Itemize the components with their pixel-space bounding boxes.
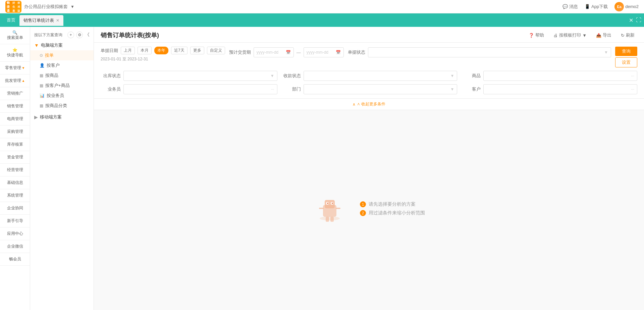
sidebar-item-inventory[interactable]: 库存核算: [0, 138, 30, 151]
top-header: 畅捷通 好生意 标准版 办公用品行业模拟账套 ▼ 💬 消息 📱 App下载 Ea…: [0, 0, 644, 13]
sidebar-item-retail[interactable]: 零售管理 ▼: [0, 62, 30, 74]
tab-bar: 首页 销售订单统计表 ✕ ✕ ⛶: [0, 13, 644, 27]
ship-status-select[interactable]: ▼: [123, 71, 277, 81]
chevron-down-icon: ▼: [34, 43, 39, 48]
expected-date-start-input[interactable]: yyyy-mm-dd 📅: [254, 47, 294, 57]
salesman-input[interactable]: ···: [123, 84, 277, 94]
department-dropdown-icon: ▼: [450, 87, 454, 92]
tab-close-icon[interactable]: ✕: [56, 18, 59, 23]
scheme-item-by-customer[interactable]: 👤 按客户: [30, 60, 94, 70]
empty-state: 1 请先选择要分析的方案 2 用过滤条件来缩小分析范围: [94, 110, 644, 310]
salesman-scheme-icon: 📊: [40, 93, 45, 98]
avatar: Ea: [614, 2, 624, 11]
sidebar-item-operations[interactable]: 经营管理: [0, 164, 30, 176]
sidebar-item-purchase[interactable]: 采购管理: [0, 125, 30, 138]
scheme-item-by-customer-product[interactable]: ▦ 按客户+商品: [30, 81, 94, 91]
department-cell: 部门 ▼: [281, 84, 458, 94]
date-filter: 单据日期 上月 本月 本年 近7天 更多 自定义: [101, 47, 225, 54]
collapse-icon: ∧: [353, 102, 356, 107]
empty-hint-1: 1 请先选择要分析的方案: [360, 201, 425, 207]
scheme-item-by-salesman[interactable]: 📊 按业务员: [30, 91, 94, 101]
page-header: 销售订单统计表(按单) ❓ 帮助 🖨 按模板打印 ▼ 📤 导出: [94, 27, 644, 43]
last-month-btn[interactable]: 上月: [121, 47, 135, 54]
customer-input[interactable]: ···: [483, 84, 637, 94]
sidebar-item-ecommerce[interactable]: 电商管理: [0, 113, 30, 125]
help-icon: ❓: [529, 33, 534, 38]
sidebar-item-appstore[interactable]: 应用中心: [0, 227, 30, 240]
message-action[interactable]: 💬 消息: [562, 4, 578, 10]
refresh-btn[interactable]: ↻ 刷新: [618, 31, 637, 40]
app-logo: 畅捷通 好生意 标准版: [5, 1, 21, 13]
scheme-group-mobile-header[interactable]: ▶ 移动端方案: [30, 112, 94, 122]
help-btn[interactable]: ❓ 帮助: [526, 31, 547, 40]
content-area: 按以下方案查询 + ⚙ 《 ▼ 电脑端方案 ⊙ 按单 👤 按客: [30, 27, 644, 310]
customer-cell: 客户 ···: [461, 84, 637, 94]
more-date-btn[interactable]: 更多: [190, 47, 204, 54]
scheme-item-by-product[interactable]: ▦ 按商品: [30, 70, 94, 81]
payment-status-select[interactable]: ▼: [304, 71, 458, 81]
status-dropdown-icon: ▼: [604, 50, 608, 55]
scheme-group-pc: ▼ 电脑端方案 ⊙ 按单 👤 按客户 ▦ 按商品 ▦ 按客户+商品: [30, 40, 94, 111]
filter-settings-btn[interactable]: 设置: [615, 57, 637, 67]
scheme-panel-header: 按以下方案查询 + ⚙ 《: [30, 30, 94, 40]
salesman-cell: 业务员 ···: [101, 84, 277, 94]
sidebar-item-sales[interactable]: 销售管理: [0, 100, 30, 113]
empty-hints: 1 请先选择要分析的方案 2 用过滤条件来缩小分析范围: [360, 201, 425, 219]
sidebar-item-basic[interactable]: 基础信息: [0, 176, 30, 189]
sidebar-item-enterprise[interactable]: 企业协同: [0, 202, 30, 215]
status-select[interactable]: ▼: [368, 47, 611, 57]
print-icon: 🖨: [553, 33, 558, 38]
page-actions: ❓ 帮助 🖨 按模板打印 ▼ 📤 导出 ↻ 刷新: [526, 31, 637, 40]
expected-date-end-input[interactable]: yyyy-mm-dd 📅: [304, 47, 344, 57]
export-btn[interactable]: 📤 导出: [593, 31, 614, 40]
tab-home[interactable]: 首页: [3, 15, 19, 25]
sidebar-item-wechat[interactable]: 企业微信: [0, 240, 30, 253]
header-left: 畅捷通 好生意 标准版 办公用品行业模拟账套 ▼: [5, 1, 74, 13]
scheme-group-pc-header[interactable]: ▼ 电脑端方案: [30, 40, 94, 50]
product-more-icon[interactable]: ···: [631, 73, 634, 78]
template-print-btn[interactable]: 🖨 按模板打印 ▼: [551, 31, 589, 40]
scheme-collapse-btn[interactable]: 《: [85, 32, 90, 38]
sidebar-item-wholesale[interactable]: 批发管理 ▲: [0, 74, 30, 87]
company-dropdown[interactable]: ▼: [70, 4, 74, 9]
tab-sales-order-summary[interactable]: 销售订单统计表 ✕: [19, 15, 63, 26]
export-icon: 📤: [596, 33, 601, 38]
sidebar-item-system[interactable]: 系统管理: [0, 189, 30, 202]
salesman-more-icon[interactable]: ···: [271, 87, 274, 92]
scheme-item-by-order[interactable]: ⊙ 按单: [30, 50, 94, 60]
filter-area: 单据日期 上月 本月 本年 近7天 更多 自定义 2023-01-01 至 20…: [94, 43, 644, 99]
product-input[interactable]: ···: [483, 71, 637, 81]
calendar-icon: 📅: [286, 50, 291, 55]
sidebar-item-member[interactable]: 畅会员: [0, 253, 30, 266]
department-select[interactable]: ▼: [304, 84, 458, 94]
app-download-action[interactable]: 📱 App下载: [585, 4, 608, 10]
scheme-settings-btn[interactable]: ⚙: [76, 32, 83, 38]
svg-point-5: [327, 203, 328, 204]
svg-rect-9: [326, 217, 329, 222]
sidebar-quick-nav[interactable]: ⭐ 快捷导航: [0, 44, 30, 62]
scheme-item-by-product-category[interactable]: ▦ 按商品分类: [30, 101, 94, 111]
header-right: 💬 消息 📱 App下载 Ea demo2: [562, 2, 639, 11]
sidebar-search-menu[interactable]: 🔍 搜索菜单: [0, 27, 30, 44]
custom-date-btn[interactable]: 自定义: [207, 47, 225, 54]
header-company-title: 办公用品行业模拟账套: [24, 4, 68, 10]
query-btn[interactable]: 查询: [615, 47, 637, 56]
sidebar: 🔍 搜索菜单 ⭐ 快捷导航 零售管理 ▼ 批发管理 ▲ 营销推广 销售管理 电商…: [0, 27, 30, 310]
tab-close-all-icon[interactable]: ✕: [629, 17, 633, 23]
user-profile[interactable]: Ea demo2: [614, 2, 639, 11]
sidebar-item-finance[interactable]: 资金管理: [0, 151, 30, 164]
ship-status-dropdown-icon: ▼: [270, 73, 274, 78]
tab-fullscreen-icon[interactable]: ⛶: [636, 17, 641, 23]
refresh-icon: ↻: [621, 33, 625, 38]
this-year-btn[interactable]: 本年: [154, 47, 168, 54]
last-7-days-btn[interactable]: 近7天: [171, 47, 187, 54]
customer-more-icon[interactable]: ···: [631, 87, 634, 92]
download-icon: 📱: [585, 4, 590, 9]
sidebar-item-newbie[interactable]: 新手引导: [0, 215, 30, 227]
this-month-btn[interactable]: 本月: [138, 47, 152, 54]
sidebar-item-marketing[interactable]: 营销推广: [0, 87, 30, 100]
product-scheme-icon: ▦: [40, 73, 43, 78]
product-cell: 商品 ···: [461, 71, 637, 81]
collapse-bar[interactable]: ∧ ∧ 收起更多条件: [94, 99, 644, 110]
scheme-add-btn[interactable]: +: [67, 32, 74, 38]
